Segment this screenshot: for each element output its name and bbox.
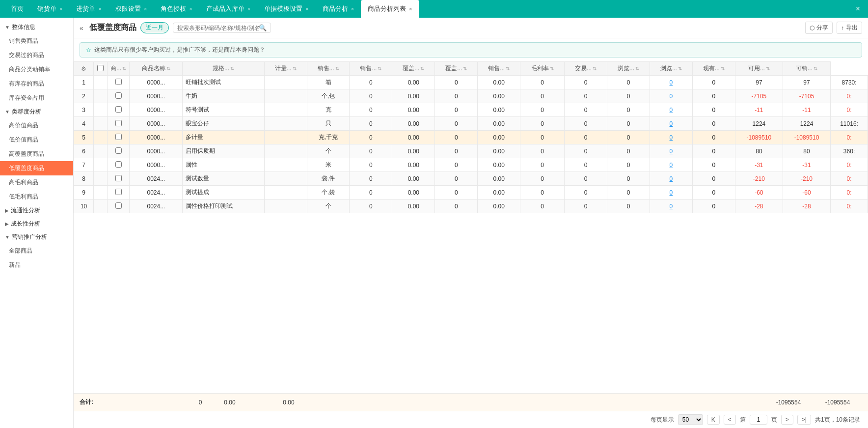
window-close-button[interactable]: × [852,4,864,13]
sidebar-item-traded-goods[interactable]: 交易过的商品 [0,48,73,62]
col-name[interactable]: 商品名称⇅ [130,62,183,76]
row-cover1: 0 [435,117,478,131]
row-number: 6 [74,144,94,158]
col-code[interactable]: 商...⇅ [108,62,130,76]
close-icon[interactable]: × [305,6,308,12]
select-all-checkbox[interactable] [97,65,104,71]
col-spec[interactable]: 规格...⇅ [183,62,264,76]
row-browse1[interactable]: 0 [650,89,692,103]
row-browse1[interactable]: 0 [650,117,692,131]
sidebar-item-low-margin[interactable]: 低毛利商品 [0,190,73,204]
search-icon[interactable]: 🔍 [259,24,267,31]
nav-tab-template[interactable]: 单据模板设置 × [257,0,315,18]
nav-tab-permission[interactable]: 权限设置 × [108,0,154,18]
sidebar-item-sales-goods[interactable]: 销售类商品 [0,34,73,48]
nav-tab-home[interactable]: 首页 [4,0,30,18]
next-page-button[interactable]: > [781,415,793,425]
row-browse1[interactable]: 0 [650,158,692,172]
page-number-input[interactable] [750,415,767,425]
sidebar-item-low-coverage[interactable]: 低覆盖度商品 [0,161,73,175]
row-stock2: 80 [783,144,830,158]
nav-tab-product-analysis-list[interactable]: 商品分析列表 × [361,0,419,18]
sidebar-item-new-goods[interactable]: 新品 [0,258,73,272]
col-cover1[interactable]: 覆盖...⇅ [392,62,435,76]
row-unit: 个 [307,144,350,158]
row-checkbox[interactable] [108,200,130,213]
first-page-button[interactable]: K [707,415,720,425]
col-stock3[interactable]: 可销...⇅ [783,62,830,76]
col-cover2[interactable]: 覆盖...⇅ [435,62,478,76]
sidebar-section-circulation[interactable]: ▶ 流通性分析 [0,204,73,217]
row-stock2: 1224 [783,117,830,131]
row-browse1[interactable]: 0 [650,131,692,144]
data-table-wrapper[interactable]: ⚙ 商...⇅ 商品名称⇅ 规格...⇅ 计量...⇅ 销售...⇅ 销售...… [74,61,868,393]
row-browse1[interactable]: 0 [650,186,692,200]
col-sale-amt[interactable]: 销售...⇅ [350,62,392,76]
row-browse1[interactable]: 0 [650,76,692,89]
sidebar-item-low-value[interactable]: 低价值商品 [0,133,73,147]
row-browse1[interactable]: 0 [650,103,692,117]
sidebar-item-high-coverage[interactable]: 高覆盖度商品 [0,147,73,161]
nav-tab-purchase[interactable]: 进货单 × [69,0,108,18]
period-button[interactable]: 近一月 [140,22,169,33]
row-checkbox[interactable] [108,144,130,158]
search-input[interactable] [177,25,259,31]
row-stock1: -7105 [735,89,783,103]
nav-tab-product-inbound[interactable]: 产成品入库单 × [199,0,257,18]
sidebar-section-cluster[interactable]: ▼ 类群度分析 [0,105,73,118]
row-checkbox[interactable] [108,172,130,186]
total-record-label: 共1页，10条记录 [815,416,860,424]
col-browse2[interactable]: 浏览...⇅ [650,62,692,76]
row-browse1[interactable]: 0 [650,200,692,213]
collapse-sidebar-button[interactable]: « [80,24,83,32]
row-checkbox[interactable] [108,131,130,144]
sidebar-section-overall[interactable]: ▼ 整体信息 [0,21,73,34]
sidebar-item-category-rate[interactable]: 商品分类动销率 [0,62,73,77]
row-checkbox[interactable] [108,103,130,117]
close-icon[interactable]: × [59,6,62,12]
row-cover2: 0.00 [478,76,520,89]
sidebar-item-high-margin[interactable]: 高毛利商品 [0,175,73,190]
nav-tab-sales[interactable]: 销货单 × [30,0,69,18]
row-checkbox[interactable] [108,186,130,200]
col-sale-count[interactable]: 销售...⇅ [478,62,520,76]
col-stock2[interactable]: 可用...⇅ [735,62,783,76]
row-browse1[interactable]: 0 [650,144,692,158]
row-browse1[interactable]: 0 [650,172,692,186]
prev-page-button[interactable]: < [724,415,736,425]
gear-icon[interactable]: ⚙ [81,65,86,72]
row-checkbox[interactable] [108,76,130,89]
sidebar-section-growth[interactable]: ▶ 成长性分析 [0,217,73,230]
close-icon[interactable]: × [247,6,250,12]
close-icon[interactable]: × [144,6,147,12]
last-page-button[interactable]: >| [797,415,811,425]
close-icon[interactable]: × [409,6,412,12]
sidebar-item-high-value[interactable]: 高价值商品 [0,118,73,133]
col-unit[interactable]: 计量...⇅ [264,62,307,76]
row-cover2: 0.00 [478,89,520,103]
col-gross[interactable]: 毛利率⇅ [520,62,565,76]
share-button[interactable]: ⬡ 分享 [805,22,833,34]
col-stock1[interactable]: 现有...⇅ [692,62,735,76]
nav-tab-product-analysis[interactable]: 商品分析 × [316,0,361,18]
row-checkbox[interactable] [108,158,130,172]
col-trade[interactable]: 交易...⇅ [565,62,607,76]
sidebar-item-stocked-goods[interactable]: 有库存的商品 [0,77,73,91]
close-icon[interactable]: × [351,6,354,12]
close-icon[interactable]: × [98,6,101,12]
row-spec [264,103,307,117]
col-sale-qty[interactable]: 销售...⇅ [307,62,350,76]
row-unit: 克,千克 [307,131,350,144]
sidebar-item-all-goods[interactable]: 全部商品 [0,244,73,258]
row-code: 0000... [130,158,183,172]
sidebar-section-marketing[interactable]: ▼ 营销推广分析 [0,230,73,244]
export-button[interactable]: ↑ 导出 [837,22,862,34]
close-icon[interactable]: × [189,6,192,12]
row-checkbox[interactable] [108,89,130,103]
page-size-select[interactable]: 50 100 200 [678,414,703,425]
row-checkbox[interactable] [108,117,130,131]
col-gear[interactable]: ⚙ [74,62,94,76]
nav-tab-role[interactable]: 角色授权 × [154,0,199,18]
sidebar-item-stock-capital[interactable]: 库存资金占用 [0,91,73,105]
col-browse1[interactable]: 浏览...⇅ [607,62,650,76]
